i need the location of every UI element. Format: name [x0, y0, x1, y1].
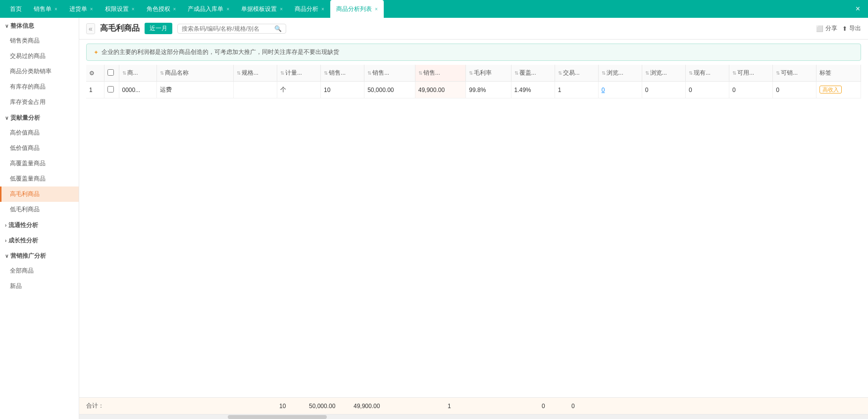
sidebar-item-traded-goods[interactable]: 交易过的商品	[0, 48, 79, 64]
nav-item-product-in[interactable]: 产成品入库单 ×	[182, 0, 235, 18]
row-browse2: 0	[642, 82, 685, 98]
gross-rate-col-header: ⇅毛利率	[466, 65, 511, 82]
sales-profit-col-header: ⇅销售...	[415, 65, 466, 82]
sidebar: ∨ 整体信息 销售类商品 交易过的商品 商品分类助销率 有库存的商品 库存资金占…	[0, 18, 79, 419]
row-sales-profit: 49,900.00	[415, 82, 466, 98]
nav-item-product-analysis[interactable]: 商品分析 ×	[289, 0, 330, 18]
sidebar-group-overall[interactable]: ∨ 整体信息	[0, 18, 79, 33]
select-all-checkbox[interactable]	[107, 69, 114, 76]
close-icon[interactable]: ×	[226, 6, 229, 12]
row-stock-saleable: 0	[773, 82, 817, 98]
sidebar-group-liquidity[interactable]: › 流通性分析	[0, 217, 79, 233]
code-col-header: ⇅商...	[119, 65, 157, 82]
nav-item-analysis-list[interactable]: 商品分析列表 ×	[330, 0, 384, 18]
settings-icon[interactable]: ⚙	[89, 70, 95, 77]
stock-available-col-header: ⇅可用...	[729, 65, 773, 82]
sidebar-item-new-goods[interactable]: 新品	[0, 279, 79, 294]
coverage-col-header: ⇅覆盖...	[511, 65, 555, 82]
search-wrap: 🔍	[177, 24, 286, 34]
main-layout: ∨ 整体信息 销售类商品 交易过的商品 商品分类助销率 有库存的商品 库存资金占…	[0, 18, 868, 419]
nav-item-template[interactable]: 单据模板设置 ×	[235, 0, 289, 18]
close-icon[interactable]: ×	[375, 6, 378, 12]
footer-spacer2	[395, 403, 445, 410]
transactions-col-header: ⇅交易...	[555, 65, 598, 82]
footer-values: 10 50,000.00 49,900.00 1 0 0	[118, 403, 861, 410]
close-icon[interactable]: ×	[132, 6, 135, 12]
info-banner: ✦ 企业的主要的利润都是这部分商品创造的，可考虑加大推广，同时关注库存是不要出现…	[86, 44, 861, 61]
sidebar-group-growth[interactable]: › 成长性分析	[0, 233, 79, 248]
search-input[interactable]	[182, 25, 274, 32]
collapse-button[interactable]: «	[86, 23, 95, 34]
scrollbar-row[interactable]	[79, 414, 868, 419]
sidebar-item-low-margin[interactable]: 低毛利商品	[0, 202, 79, 217]
chevron-right-icon: ›	[5, 238, 6, 243]
row-sales-qty: 10	[321, 82, 364, 98]
row-code: 0000...	[119, 82, 157, 98]
nav-item-home[interactable]: 首页	[4, 0, 28, 18]
footer-stock-available: 0	[539, 403, 568, 410]
table-row: 1 0000... 运费 个 10 50,000.00 49,900.00 99…	[86, 82, 861, 98]
sidebar-item-high-coverage[interactable]: 高覆盖量商品	[0, 156, 79, 171]
close-icon[interactable]: ×	[90, 6, 93, 12]
sidebar-item-low-value[interactable]: 低价值商品	[0, 140, 79, 156]
horizontal-scrollbar[interactable]	[228, 415, 327, 419]
content-header: « 高毛利商品 近一月 🔍 ⬜ 分享 ⬆ 导出	[79, 18, 868, 40]
checkbox-col-header[interactable]	[104, 65, 119, 82]
share-button[interactable]: ⬜ 分享	[816, 24, 837, 33]
footer-transactions: 1	[445, 403, 474, 410]
sidebar-item-category-rate[interactable]: 商品分类助销率	[0, 64, 79, 79]
header-actions: ⬜ 分享 ⬆ 导出	[816, 24, 861, 33]
nav-item-permission[interactable]: 权限设置 ×	[99, 0, 141, 18]
sidebar-item-high-value[interactable]: 高价值商品	[0, 125, 79, 140]
nav-item-purchase[interactable]: 进货单 ×	[63, 0, 99, 18]
export-icon: ⬆	[842, 25, 847, 32]
top-navigation: 首页 销售单 × 进货单 × 权限设置 × 角色授权 × 产成品入库单 × 单据…	[0, 0, 868, 18]
row-tag: 高收入	[817, 82, 861, 98]
sidebar-group-marketing[interactable]: ∨ 营销推广分析	[0, 248, 79, 263]
row-transactions: 1	[555, 82, 598, 98]
browse1-col-header: ⇅浏览...	[598, 65, 642, 82]
close-icon[interactable]: ×	[54, 6, 57, 12]
footer-sales-qty: 10	[276, 403, 306, 410]
time-filter-button[interactable]: 近一月	[145, 23, 172, 34]
share-icon: ⬜	[816, 25, 823, 32]
close-icon[interactable]: ×	[173, 6, 176, 12]
row-name: 运费	[157, 82, 234, 98]
sidebar-item-stock-capital[interactable]: 库存资金占用	[0, 94, 79, 110]
close-icon[interactable]: ×	[321, 6, 324, 12]
settings-col-header[interactable]: ⚙	[86, 65, 104, 82]
row-checkbox-cell[interactable]	[104, 82, 119, 98]
data-table: ⚙ ⇅商... ⇅商品名称 ⇅规格... ⇅计量... ⇅销售... ⇅销售..…	[86, 65, 861, 98]
content-area: « 高毛利商品 近一月 🔍 ⬜ 分享 ⬆ 导出 ✦ 企业的主要的利润都是这部	[79, 18, 868, 419]
row-stock-available: 0	[729, 82, 773, 98]
nav-item-role[interactable]: 角色授权 ×	[141, 0, 182, 18]
row-stock-current: 0	[685, 82, 729, 98]
footer-spacer1	[118, 403, 276, 410]
footer-sales-profit: 49,900.00	[351, 403, 395, 410]
row-index: 1	[86, 82, 104, 98]
page-title: 高毛利商品	[100, 23, 140, 34]
row-browse1[interactable]: 0	[598, 82, 642, 98]
sales-amount-col-header: ⇅销售...	[364, 65, 415, 82]
stock-current-col-header: ⇅现有...	[685, 65, 729, 82]
chevron-down-icon: ∨	[5, 23, 8, 29]
row-checkbox[interactable]	[107, 86, 114, 93]
export-button[interactable]: ⬆ 导出	[842, 24, 861, 33]
close-icon[interactable]: ×	[280, 6, 283, 12]
nav-item-sales[interactable]: 销售单 ×	[28, 0, 63, 18]
row-gross-rate: 99.8%	[466, 82, 511, 98]
sidebar-item-high-margin[interactable]: 高毛利商品	[0, 186, 79, 202]
global-close-button[interactable]: ×	[852, 4, 864, 13]
footer-label: 合计：	[86, 402, 104, 410]
footer-spacer3	[474, 403, 539, 410]
sidebar-item-all-goods[interactable]: 全部商品	[0, 263, 79, 279]
name-col-header: ⇅商品名称	[157, 65, 234, 82]
sidebar-group-contribution[interactable]: ∨ 贡献量分析	[0, 110, 79, 125]
info-icon: ✦	[94, 49, 99, 56]
footer-sales-amount: 50,000.00	[306, 403, 351, 410]
sidebar-item-stocked-goods[interactable]: 有库存的商品	[0, 79, 79, 94]
chevron-down-icon: ∨	[5, 115, 8, 121]
sidebar-item-sales-goods[interactable]: 销售类商品	[0, 33, 79, 48]
sidebar-item-low-coverage[interactable]: 低覆盖量商品	[0, 171, 79, 186]
search-icon[interactable]: 🔍	[274, 25, 282, 32]
